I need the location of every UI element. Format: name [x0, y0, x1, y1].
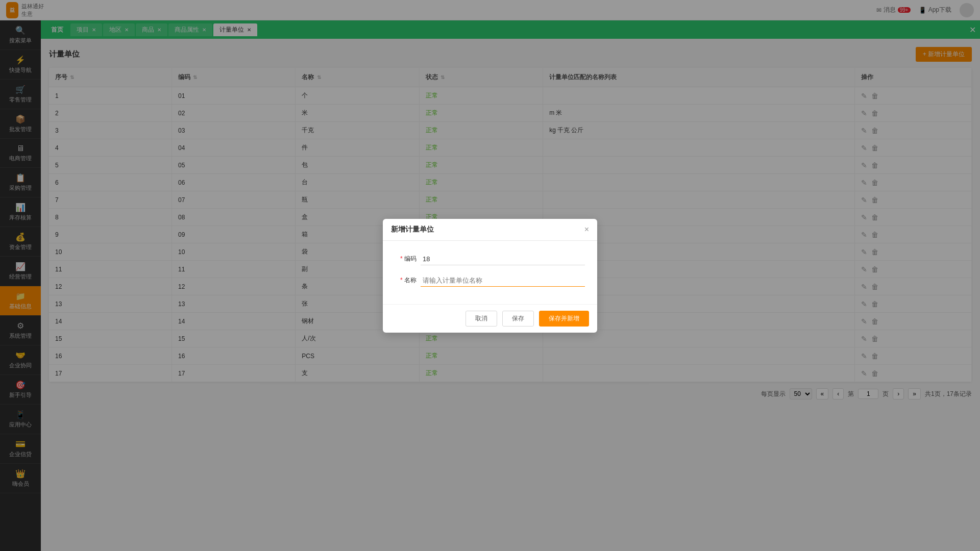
add-unit-modal: 新增计量单位 × * 编码 * 名称 取消 保存 保存并新增 [383, 219, 597, 333]
name-form-row: * 名称 [395, 274, 585, 287]
code-label-text: 编码 [404, 255, 416, 262]
modal-body: * 编码 * 名称 [383, 241, 597, 304]
name-label-text: 名称 [404, 277, 416, 284]
name-label: * 名称 [395, 276, 421, 285]
modal-close-button[interactable]: × [584, 225, 589, 234]
cancel-button[interactable]: 取消 [465, 311, 497, 327]
modal-title: 新增计量单位 [391, 225, 434, 234]
code-required: * [400, 255, 403, 262]
name-input[interactable] [421, 274, 585, 287]
code-form-row: * 编码 [395, 253, 585, 265]
save-button[interactable]: 保存 [502, 311, 534, 327]
modal-header: 新增计量单位 × [383, 219, 597, 241]
save-and-new-button[interactable]: 保存并新增 [539, 311, 589, 327]
code-input[interactable] [421, 253, 585, 265]
modal-overlay[interactable]: 新增计量单位 × * 编码 * 名称 取消 保存 保存并新增 [0, 0, 980, 551]
name-required: * [400, 277, 403, 284]
modal-footer: 取消 保存 保存并新增 [383, 304, 597, 333]
code-label: * 编码 [395, 255, 421, 263]
